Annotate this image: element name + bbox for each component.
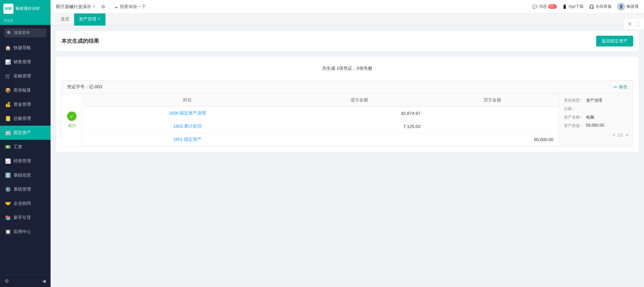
original-value-value: 50,000.00 [586,123,604,128]
company-selector[interactable]: 医疗器械行业演示 ▼ [56,4,96,10]
success-icon: ✓ [67,111,76,121]
sidebar-item-label: 快捷导航 [13,45,31,51]
voucher-edit-button[interactable]: ✏ 修改 [614,84,627,90]
sidebar-item-enterprise[interactable]: 🤝 企业协同 [0,196,51,211]
experience-label: 我要体验一下 [120,4,146,10]
online-service-button[interactable]: 🎧 在线客服 [589,4,612,9]
app-name: 畅捷通好业财 [16,6,40,11]
debit-cell-1: 42,874.97 [293,107,426,120]
page-header: 本次生成的结果 返回固定资产 [56,31,639,51]
logo-icon: 好财 [3,4,13,14]
company-name: 医疗器械行业演示 [56,4,91,10]
voucher-number: 凭证字号：记-003 [67,84,102,90]
sidebar-item-label: 工资 [13,144,22,150]
sidebar-item-label: 基础信息 [13,172,31,178]
tab-home[interactable]: 首页 [56,13,74,26]
tab-home-label: 首页 [61,16,69,22]
asset-name-row: 资产名称： 电脑 [564,115,628,120]
tab-asset-management[interactable]: 资产管理 ✕ [74,13,105,26]
experience-button[interactable]: ☁ 我要体验一下 [114,4,146,10]
close-panel-icon[interactable]: ✕ [626,20,633,28]
sidebar-nav: 🔍 搜索菜单 🏠 快捷导航 📊 销售管理 🛒 采购管理 📦 库存核算 💰 资金管… [0,25,51,275]
sidebar-item-fixed-assets[interactable]: 🏢 固定资产 [0,126,51,140]
table-row: 1606 固定资产清理 42,874.97 [82,107,559,120]
topbar-right: 💬 消息 99+ 📱 App下载 🎧 在线客服 👤 畅捷通 [532,3,639,11]
sidebar-item-system[interactable]: ⚙️ 系统管理 [0,182,51,196]
original-value-row: 资产原值： 50,000.00 [564,123,628,129]
message-icon: 💬 [532,4,538,9]
back-to-fixed-assets-button[interactable]: 返回固定资产 [596,36,633,46]
topbar: 医疗器械行业演示 ▼ ⚙ ☁ 我要体验一下 💬 消息 99+ 📱 App下载 🎧 [51,0,644,13]
edit-icon: ✏ [614,85,617,90]
assets-icon: 🏢 [5,130,11,135]
sidebar-item-finance[interactable]: 💰 资金管理 [0,97,51,111]
sidebar: 好财 畅捷通好业财 普及版 🔍 搜索菜单 🏠 快捷导航 📊 销售管理 🛒 采购管… [0,0,51,287]
sidebar-item-app-center[interactable]: 🔲 应用中心 [0,225,51,239]
message-badge: 99+ [548,4,557,9]
sidebar-search-area: 🔍 搜索菜单 [0,25,51,41]
sidebar-item-payroll[interactable]: 💵 工资 [0,140,51,154]
voucher-table: 科目 借方金额 贷方金额 1606 固定资产清理 42,874.97 [82,94,559,146]
debit-cell-2: 7,125.03 [293,120,426,133]
sidebar-item-inventory[interactable]: 📦 库存核算 [0,83,51,97]
avatar-icon: 👤 [619,5,623,8]
purchase-icon: 🛒 [5,73,11,79]
inventory-icon: 📦 [5,88,11,93]
credit-cell-1 [426,107,559,120]
subject-cell-2[interactable]: 1602 累计折旧 [82,120,293,133]
settings-gear-icon[interactable]: ⚙ [101,4,105,9]
tab-close-icon[interactable]: ✕ [98,17,101,21]
message-label: 消息 [539,4,547,9]
date-label: 日期： [564,106,576,112]
credit-cell-3: 50,000.00 [426,133,559,146]
user-avatar-area[interactable]: 👤 畅捷通 [617,3,639,11]
settings-icon[interactable]: ⚙ [5,278,9,284]
sidebar-item-label: 应用中心 [13,229,31,235]
sidebar-item-label: 总账管理 [13,116,31,122]
info-icon: ℹ️ [5,172,11,178]
home-icon: 🏠 [5,45,11,51]
app-download-button[interactable]: 📱 App下载 [562,4,584,9]
voucher-side-info: 变动类型： 资产清理 日期： 资产名称： 电脑 资产原值： [559,94,633,146]
sidebar-item-ledger[interactable]: 📒 总账管理 [0,111,51,126]
prev-page-icon[interactable]: < [613,133,615,137]
sidebar-item-label: 销售管理 [13,59,31,65]
collapse-icon[interactable]: ◀ [42,278,46,284]
dropdown-arrow-icon: ▼ [92,5,96,8]
asset-name-value: 电脑 [586,115,594,120]
subject-cell-1[interactable]: 1606 固定资产清理 [82,107,293,120]
credit-cell-2 [426,120,559,133]
change-type-label: 变动类型： [564,98,584,103]
cloud-icon: ☁ [114,4,118,9]
sidebar-item-purchase[interactable]: 🛒 采购管理 [0,69,51,83]
finance-icon: 💰 [5,102,11,107]
guide-icon: 📚 [5,215,11,220]
online-service-label: 在线客服 [595,4,612,9]
sidebar-item-label: 新手引导 [13,215,31,221]
sidebar-item-sales[interactable]: 📊 销售管理 [0,55,51,69]
sidebar-item-quick-nav[interactable]: 🏠 快捷导航 [0,41,51,55]
debit-cell-3 [293,133,426,146]
sidebar-item-guide[interactable]: 📚 新手引导 [0,211,51,225]
app-version: 普及版 [0,18,51,25]
maximize-panel-icon[interactable]: ⛶ [634,21,641,28]
message-button[interactable]: 💬 消息 99+ [532,4,557,9]
search-icon: 🔍 [7,31,12,35]
sidebar-item-basic-info[interactable]: ℹ️ 基础信息 [0,168,51,182]
sidebar-item-label: 系统管理 [13,186,31,192]
next-page-icon[interactable]: > [626,133,628,137]
management-icon: 📈 [5,158,11,164]
search-menu-button[interactable]: 🔍 搜索菜单 [4,28,47,37]
sidebar-item-management[interactable]: 📈 经营管理 [0,154,51,168]
headset-icon: 🎧 [589,4,594,9]
main-area: 医疗器械行业演示 ▼ ⚙ ☁ 我要体验一下 💬 消息 99+ 📱 App下载 🎧 [51,0,644,287]
subject-cell-3[interactable]: 1601 固定资产 [82,133,293,146]
username-label: 畅捷通 [626,4,639,9]
enterprise-icon: 🤝 [5,201,11,206]
asset-name-label: 资产名称： [564,115,584,120]
pagination: < 1/1 > [564,133,628,137]
ledger-icon: 📒 [5,116,11,121]
edit-label: 修改 [619,84,627,90]
app-download-label: App下载 [569,4,584,9]
table-row: 1602 累计折旧 7,125.03 [82,120,559,133]
